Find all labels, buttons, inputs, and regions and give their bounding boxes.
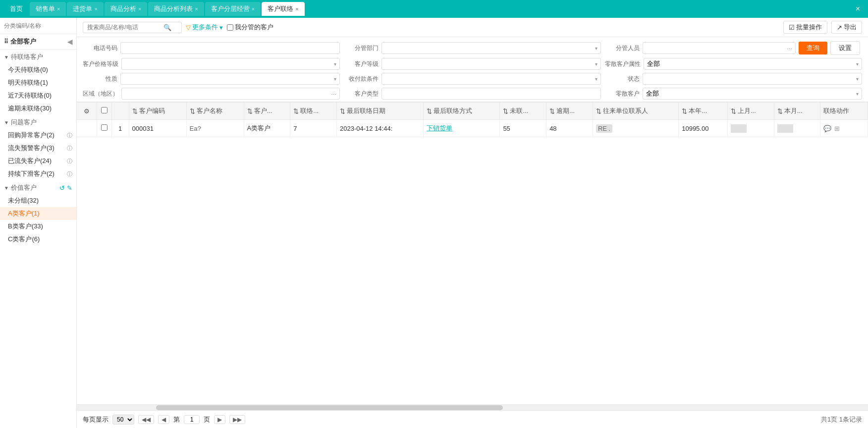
select-all-checkbox[interactable] [101,107,108,113]
sidebar-item-class-b[interactable]: B类客户(33) [0,220,76,233]
next-page-button[interactable]: ▶ [214,415,225,424]
row-last-method[interactable]: 下销货单 [427,124,452,132]
sidebar-group-problem[interactable]: ▼ 问题客户 [0,116,76,129]
close-purchase-icon[interactable]: × [94,6,97,12]
tab-goods-analysis[interactable]: 商品分析 × [105,2,147,16]
sidebar-all-customers-label[interactable]: 全部客户 [10,37,36,46]
close-sales-icon[interactable]: × [57,6,60,12]
customer-grade-label: 客户等级 [344,60,379,68]
payment-select[interactable]: ▾ [381,73,601,85]
sidebar-item-overdue[interactable]: 逾期未联络(30) [0,102,76,115]
value-group-refresh-icon[interactable]: ↺ [59,184,65,192]
col-code-sort-icon[interactable]: ⇅ [132,107,138,115]
price-grade-select[interactable]: ▾ [121,58,340,70]
tab-home[interactable]: 首页 [4,2,29,16]
region-select[interactable]: ··· [121,88,340,100]
export-button[interactable]: ↗ 导出 [831,21,862,34]
close-customer-tier-icon[interactable]: × [252,6,255,12]
row-message-icon[interactable]: 💬 [823,125,831,132]
col-contact-sort-icon[interactable]: ⇅ [293,107,299,115]
row-last-method-cell: 下销货单 [424,120,500,137]
my-customer-checkbox-area[interactable]: 我分管的客户 [227,23,273,32]
last-page-button[interactable]: ▶▶ [229,415,245,424]
col-overdue-sort-icon[interactable]: ⇅ [549,107,555,115]
customer-type-input[interactable] [381,88,601,100]
tab-customer-tier[interactable]: 客户分层经营 × [205,2,261,16]
filter-payment: 收付款条件 ▾ [344,73,601,85]
batch-action-button[interactable]: ☑ 批量操作 [783,21,827,34]
col-this-month-sort-icon[interactable]: ⇅ [777,107,783,115]
sidebar-group-pending[interactable]: ▼ 待联络客户 [0,51,76,63]
col-not-contacted-sort-icon[interactable]: ⇅ [503,107,508,115]
horizontal-scrollbar[interactable] [77,404,868,410]
sidebar-item-repurchase-abnormal[interactable]: 回购异常客户(2) ⓘ [0,129,76,142]
col-num [111,103,129,120]
page-number-input[interactable] [184,415,200,424]
sidebar-item-churn-warning[interactable]: 流失预警客户(3) ⓘ [0,142,76,155]
phone-input[interactable] [120,42,340,54]
tab-customer-contact[interactable]: 客户联络 × [262,2,304,16]
filter-dept: 分管部门 ▾ [344,42,601,54]
tab-goods-analysis-list[interactable]: 商品分析列表 × [148,2,204,16]
row-grid-icon[interactable]: ⊞ [834,125,840,132]
more-filter-button[interactable]: ▽ 更多条件 ▾ [186,23,223,32]
sidebar-collapse-icon[interactable]: ◀ [67,38,72,46]
col-last-method: ⇅ 最后联络方式 [424,103,500,120]
nature-select[interactable]: ▾ [120,73,340,85]
sidebar-item-week-pending[interactable]: 近7天待联络(0) [0,89,76,102]
col-this-year-sort-icon[interactable]: ⇅ [682,107,687,115]
first-page-button[interactable]: ◀◀ [138,415,154,424]
filter-nature: 性质 ▾ [83,73,340,85]
sidebar-item-declining[interactable]: 持续下滑客户(2) ⓘ [0,167,76,180]
sidebar-item-class-a[interactable]: A类客户(1) [0,207,76,220]
filter-customer-grade: 客户等级 ▾ [344,58,601,70]
row-name[interactable]: Ea? [190,125,201,132]
col-settings[interactable]: ⚙ [77,103,97,120]
page-size-select[interactable]: 50 [112,415,134,425]
sidebar-search-input[interactable] [4,22,77,29]
sidebar-item-today-pending[interactable]: 今天待联络(0) [0,63,76,76]
settings-button[interactable]: 设置 [830,41,860,55]
my-customer-checkbox[interactable] [227,24,233,31]
retail-customer-select[interactable]: 全部 ▾ [643,88,862,100]
tab-sales[interactable]: 销售单 × [30,2,66,16]
col-last-date-sort-icon[interactable]: ⇅ [340,107,345,115]
prev-page-button[interactable]: ◀ [158,415,169,424]
close-goods-analysis-list-icon[interactable]: × [195,6,198,12]
col-last-method-sort-icon[interactable]: ⇅ [427,107,432,115]
value-group-edit-icon[interactable]: ✎ [67,184,72,192]
col-last-month-sort-icon[interactable]: ⇅ [731,107,736,115]
query-button[interactable]: 查询 [799,42,827,54]
tab-purchase[interactable]: 进货单 × [67,2,103,16]
col-contact-count: ⇅ 联络... [290,103,337,120]
dept-select[interactable]: ▾ [381,42,601,54]
settings-gear-icon[interactable]: ⚙ [84,107,90,115]
sidebar-item-tomorrow-pending[interactable]: 明天待联络(1) [0,76,76,89]
row-num-cell: 1 [111,120,129,137]
filter-search-icon[interactable]: 🔍 [163,24,171,31]
retail-attr-select[interactable]: 全部 ▾ [644,58,862,70]
status-select[interactable]: ▾ [643,73,862,85]
sidebar-group-value[interactable]: ▼ 价值客户 ↺ ✎ [0,181,76,194]
sidebar-item-unclassified[interactable]: 未分组(32) [0,194,76,207]
churned-label: 已流失客户(24) [8,157,67,165]
row-checkbox[interactable] [101,124,108,131]
row-action-icons: 💬 ⊞ [823,125,865,132]
sidebar-item-churned[interactable]: 已流失客户(24) ⓘ [0,155,76,167]
filter-search-input[interactable] [87,24,162,31]
customer-grade-select[interactable]: ▾ [381,58,601,70]
row-num: 1 [118,125,122,132]
col-name-sort-icon[interactable]: ⇅ [190,107,195,115]
row-this-month [777,124,793,133]
main-layout: 🔍 ⠿ 全部客户 ◀ ▼ 待联络客户 今天待联络(0) 明天待联络(1) 近7天… [0,18,868,428]
close-customer-contact-icon[interactable]: × [295,6,298,12]
global-close-button[interactable]: × [852,4,864,13]
col-unit-sort-icon[interactable]: ⇅ [596,107,601,115]
sidebar-item-class-c[interactable]: C类客户(6) [0,233,76,246]
row-this-month-cell [774,120,820,137]
manager-input[interactable]: ··· [643,42,796,54]
close-goods-analysis-icon[interactable]: × [138,6,141,12]
col-type-sort-icon[interactable]: ⇅ [247,107,253,115]
scrollbar-thumb[interactable] [156,405,503,410]
row-code-cell: 000031 [129,120,186,137]
